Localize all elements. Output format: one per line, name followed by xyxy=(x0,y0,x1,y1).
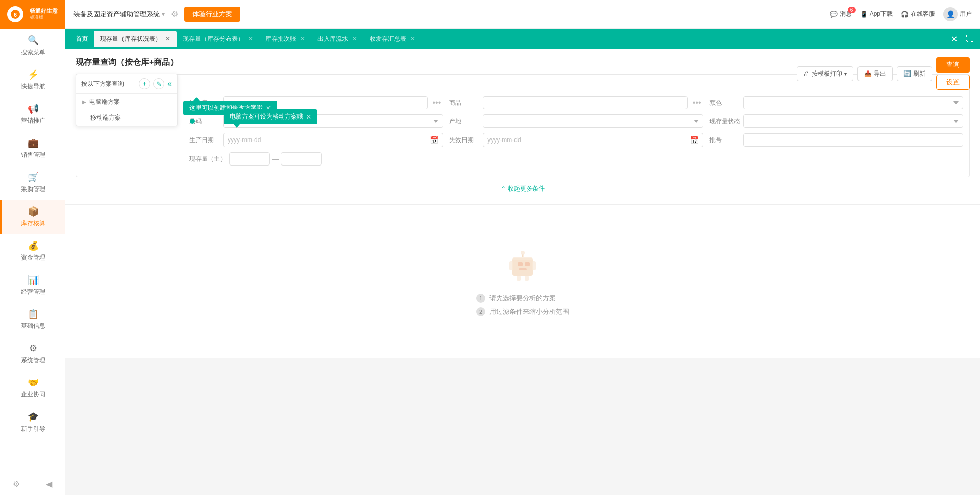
logo-icon: 6 xyxy=(7,6,23,22)
schema-add-button[interactable]: ＋ xyxy=(139,78,150,89)
sidebar-item-guide-label: 新手引导 xyxy=(21,425,45,433)
system-nav-icon: ⚙ xyxy=(29,343,37,354)
sales-nav-icon: 💼 xyxy=(28,137,39,149)
sidebar-item-quick[interactable]: ⚡ 快捷导航 xyxy=(0,63,65,97)
topbar-gear-icon[interactable]: ⚙ xyxy=(171,9,178,19)
warehouse-more-icon[interactable]: ••• xyxy=(431,98,444,107)
tab-batch-ledger[interactable]: 库存批次账 ✕ xyxy=(259,31,311,47)
desktop-schema-label: 电脑端方案 xyxy=(89,98,120,106)
schema-edit-button[interactable]: ✎ xyxy=(153,78,164,89)
app-download-button[interactable]: 📱 App下载 xyxy=(860,10,893,18)
reset-button[interactable]: 设置 xyxy=(936,75,970,90)
sidebar-item-marketing[interactable]: 📢 营销推广 xyxy=(0,97,65,131)
color-label: 颜色 xyxy=(709,99,740,107)
svg-rect-9 xyxy=(509,261,513,270)
expire-date-calendar-icon[interactable]: 📅 xyxy=(690,136,699,144)
goods-input[interactable] xyxy=(483,96,688,109)
message-button[interactable]: 💬 消息 6 xyxy=(830,10,852,18)
origin-select[interactable] xyxy=(483,114,703,128)
svg-rect-11 xyxy=(517,276,521,281)
sidebar-item-finance[interactable]: 💰 资金管理 xyxy=(0,234,65,268)
tab-home[interactable]: 首页 xyxy=(69,31,94,47)
color-select[interactable] xyxy=(743,96,963,109)
base-nav-icon: 📋 xyxy=(28,309,39,320)
qty-max-input[interactable] xyxy=(281,152,322,166)
qty-range: — xyxy=(229,152,322,166)
user-menu-button[interactable]: 👤 用户 xyxy=(943,7,972,21)
close-all-tabs-button[interactable]: ✕ xyxy=(949,34,960,44)
sidebar-item-purchase-label: 采购管理 xyxy=(21,185,45,194)
sidebar-item-operation[interactable]: 📊 经营管理 xyxy=(0,268,65,302)
sidebar-item-inventory[interactable]: 📦 库存核算 xyxy=(0,200,65,234)
filter-color: 颜色 xyxy=(709,96,963,109)
collapse-sidebar-icon[interactable]: ◀ xyxy=(46,479,52,489)
inventory-nav-icon: 📦 xyxy=(28,206,39,217)
export-button[interactable]: 📤 导出 xyxy=(857,66,893,81)
industry-solution-button[interactable]: 体验行业方案 xyxy=(184,7,240,22)
print-label: 按模板打印 xyxy=(812,69,842,78)
online-service-button[interactable]: 🎧 在线客服 xyxy=(901,10,935,18)
template-print-button[interactable]: 🖨 按模板打印 ▾ xyxy=(797,66,853,81)
svg-rect-10 xyxy=(532,261,536,270)
sidebar-item-sales[interactable]: 💼 销售管理 xyxy=(0,131,65,166)
empty-step-2: 2 用过滤条件来缩小分析范围 xyxy=(476,307,569,316)
page-title: 现存量查询（按仓库+商品） xyxy=(76,57,178,68)
search-button[interactable]: 查询 xyxy=(936,57,970,73)
sidebar-item-system-label: 系统管理 xyxy=(21,356,45,365)
goods-more-icon[interactable]: ••• xyxy=(691,98,703,107)
sidebar-item-guide[interactable]: 🎓 新手引导 xyxy=(0,405,65,439)
status-select[interactable] xyxy=(743,114,963,128)
schema-toolbar: 按以下方案查询 ＋ ✎ « xyxy=(76,74,177,94)
schema-item-desktop[interactable]: ▶ 电脑端方案 xyxy=(76,94,177,110)
prod-date-calendar-icon[interactable]: 📅 xyxy=(430,136,438,144)
schema-item-mobile[interactable]: 移动端方案 xyxy=(76,110,177,126)
sidebar-item-enterprise[interactable]: 🤝 企业协同 xyxy=(0,371,65,405)
sidebar-item-purchase[interactable]: 🛒 采购管理 xyxy=(0,166,65,200)
maximize-tab-button[interactable]: ⛶ xyxy=(964,34,976,44)
tab-inventory-status[interactable]: 现存量（库存状况表） ✕ xyxy=(94,31,177,47)
batch-ledger-tab-close[interactable]: ✕ xyxy=(300,35,305,42)
batch-input[interactable] xyxy=(743,133,963,147)
headset-icon: 🎧 xyxy=(901,11,909,18)
sidebar-bottom: ⚙ ◀ xyxy=(0,473,65,495)
empty-steps: 1 请先选择要分析的方案 2 用过滤条件来缩小分析范围 xyxy=(476,294,569,320)
tab-collect-summary[interactable]: 收发存汇总表 ✕ xyxy=(363,31,422,47)
tooltip1-close[interactable]: ✕ xyxy=(306,113,311,121)
inventory-dist-tab-close[interactable]: ✕ xyxy=(248,35,253,42)
schema-collapse-button[interactable]: « xyxy=(167,79,172,88)
filter-fields-area: 按仓库 ••• 商品 ••• 颜色 xyxy=(189,96,963,166)
expire-date-input[interactable]: yyyy-mm-dd 📅 xyxy=(483,133,703,147)
schema-toolbar-label: 按以下方案查询 xyxy=(81,80,136,88)
refresh-button[interactable]: 🔄 刷新 xyxy=(897,66,932,81)
topbar: 装备及固定资产辅助管理系统 ▾ ⚙ 体验行业方案 💬 消息 6 📱 App下载 … xyxy=(65,0,980,29)
sidebar-item-base[interactable]: 📋 基础信息 xyxy=(0,302,65,337)
batch-ledger-tab-label: 库存批次账 xyxy=(265,35,296,43)
prod-date-input[interactable]: yyyy-mm-dd 📅 xyxy=(223,133,443,147)
settings-bottom-icon[interactable]: ⚙ xyxy=(13,479,20,489)
sidebar-item-system[interactable]: ⚙ 系统管理 xyxy=(0,337,65,371)
sidebar-item-base-label: 基础信息 xyxy=(21,322,45,331)
expire-date-placeholder: yyyy-mm-dd xyxy=(487,136,521,144)
export-label: 导出 xyxy=(874,69,886,78)
inventory-status-tab-close[interactable]: ✕ xyxy=(165,35,170,42)
step1-num: 1 xyxy=(476,294,485,303)
collapse-more-button[interactable]: ⌃ 收起更多条件 xyxy=(76,181,970,196)
tooltip-mobile-schema: 电脑方案可设为移动方案哦 ✕ xyxy=(224,109,317,124)
main-area: 装备及固定资产辅助管理系统 ▾ ⚙ 体验行业方案 💬 消息 6 📱 App下载 … xyxy=(65,0,980,495)
collect-summary-tab-close[interactable]: ✕ xyxy=(410,35,415,42)
user-label: 用户 xyxy=(960,10,972,18)
tab-inventory-dist[interactable]: 现存量（库存分布表） ✕ xyxy=(177,31,259,47)
online-service-label: 在线客服 xyxy=(911,10,935,18)
print-chevron-icon: ▾ xyxy=(844,71,847,77)
finance-nav-icon: 💰 xyxy=(28,240,39,251)
qty-min-input[interactable] xyxy=(229,152,270,166)
sidebar-item-search[interactable]: 🔍 搜索菜单 xyxy=(0,29,65,63)
in-out-flow-tab-close[interactable]: ✕ xyxy=(352,35,357,42)
tab-in-out-flow[interactable]: 出入库流水 ✕ xyxy=(311,31,363,47)
connector-dot xyxy=(190,119,195,124)
operation-nav-icon: 📊 xyxy=(28,274,39,286)
sidebar-item-operation-label: 经营管理 xyxy=(21,288,45,296)
tabs-bar: 首页 现存量（库存状况表） ✕ 现存量（库存分布表） ✕ 库存批次账 ✕ 出入库… xyxy=(65,29,980,49)
tabs-actions: ✕ ⛶ xyxy=(949,34,976,44)
svg-rect-12 xyxy=(525,276,529,281)
